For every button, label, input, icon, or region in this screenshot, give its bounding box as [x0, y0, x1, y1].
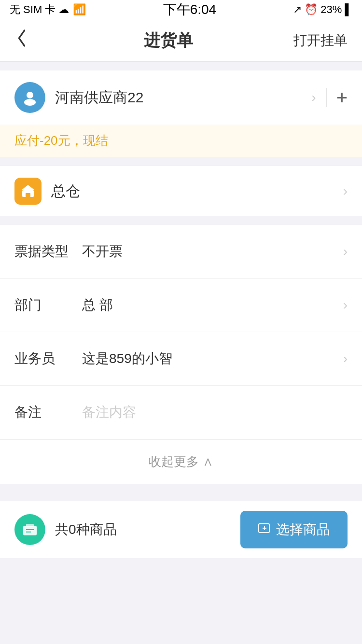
svg-point-1 [24, 99, 36, 106]
department-value: 总 部 [82, 296, 343, 314]
select-product-label: 选择商品 [276, 520, 330, 539]
supplier-section: 河南供应商22 › + 应付-20元，现结 [0, 70, 362, 157]
gap-2 [0, 157, 362, 166]
form-section: 票据类型 不开票 › 部门 总 部 › 业务员 这是859的小智 › 备注 备注… [0, 225, 362, 484]
product-count: 共0种商品 [55, 520, 240, 539]
sim-label: 无 SIM 卡 ☁ [10, 2, 69, 17]
gap-1 [0, 62, 362, 70]
status-time: 下午6:04 [163, 0, 217, 19]
status-left: 无 SIM 卡 ☁ 📶 [10, 2, 86, 17]
invoice-type-row[interactable]: 票据类型 不开票 › [0, 225, 362, 279]
remark-input[interactable]: 备注内容 [82, 403, 348, 421]
warehouse-icon [14, 178, 42, 205]
location-icon: ↗ [293, 3, 302, 16]
status-bar: 无 SIM 卡 ☁ 📶 下午6:04 ↗ ⏰ 23% ▌ [0, 0, 362, 19]
remark-label: 备注 [14, 403, 82, 421]
salesperson-label: 业务员 [14, 350, 82, 368]
supplier-row[interactable]: 河南供应商22 › + [0, 70, 362, 125]
svg-point-0 [27, 92, 33, 98]
svg-marker-3 [21, 185, 35, 190]
gap-3 [0, 484, 362, 492]
salesperson-row[interactable]: 业务员 这是859的小智 › [0, 332, 362, 386]
warehouse-name: 总仓 [51, 182, 343, 201]
alarm-icon: ⏰ [305, 3, 318, 16]
warehouse-arrow-icon: › [343, 183, 348, 199]
status-right: ↗ ⏰ 23% ▌ [293, 3, 352, 16]
salesperson-arrow-icon: › [343, 351, 348, 366]
supplier-arrow-icon: › [311, 90, 316, 105]
svg-rect-5 [23, 526, 37, 535]
department-label: 部门 [14, 296, 82, 314]
open-pending-button[interactable]: 打开挂单 [293, 31, 348, 50]
select-product-icon [258, 521, 271, 538]
invoice-type-value: 不开票 [82, 242, 343, 261]
supplier-divider [326, 88, 327, 107]
battery-icon: ▌ [345, 3, 352, 16]
page-background [0, 558, 362, 644]
invoice-type-label: 票据类型 [14, 242, 82, 261]
page-title: 进货单 [144, 29, 193, 52]
supplier-avatar [14, 82, 45, 113]
supplier-name: 河南供应商22 [55, 88, 311, 108]
warehouse-row[interactable]: 总仓 › [0, 166, 362, 216]
product-icon [14, 514, 45, 545]
notice-bar: 应付-20元，现结 [0, 125, 362, 157]
remark-row[interactable]: 备注 备注内容 [0, 386, 362, 439]
collapse-row[interactable]: 收起更多 ∧ [0, 439, 362, 484]
department-row[interactable]: 部门 总 部 › [0, 279, 362, 332]
warehouse-section: 总仓 › [0, 166, 362, 216]
wifi-icon: 📶 [73, 3, 86, 16]
select-product-button[interactable]: 选择商品 [240, 511, 348, 548]
battery-label: 23% [320, 3, 342, 16]
bottom-section: 共0种商品 选择商品 [0, 501, 362, 558]
salesperson-value: 这是859的小智 [82, 350, 343, 368]
nav-bar: 进货单 打开挂单 [0, 19, 362, 62]
svg-rect-4 [26, 193, 30, 197]
back-button[interactable] [14, 28, 43, 52]
add-supplier-button[interactable]: + [336, 87, 348, 109]
invoice-type-arrow-icon: › [343, 244, 348, 259]
collapse-label: 收起更多 ∧ [149, 454, 213, 469]
svg-rect-6 [26, 524, 34, 527]
department-arrow-icon: › [343, 297, 348, 313]
